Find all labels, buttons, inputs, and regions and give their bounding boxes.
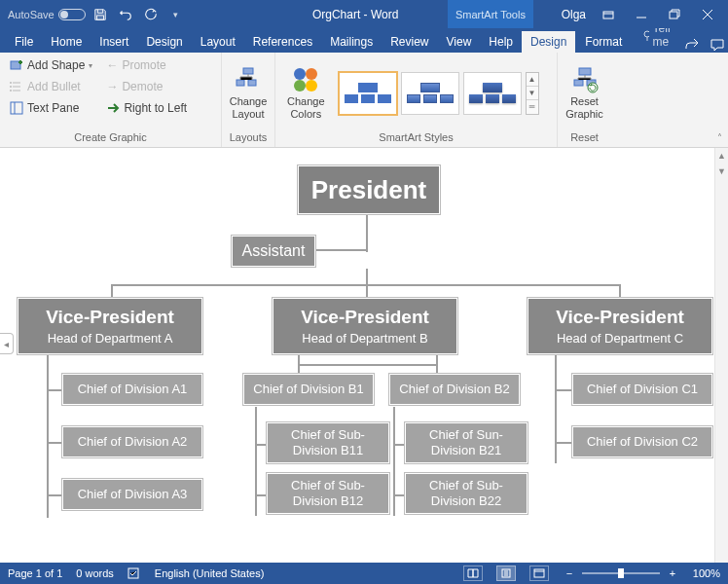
ribbon: Add Shape ▾ Add Bullet Text Pane ←Promot… <box>0 53 728 148</box>
tab-references[interactable]: References <box>244 31 321 53</box>
smartart-text-pane-handle[interactable]: ◂ <box>0 333 14 354</box>
node-vp-c[interactable]: Vice-President Head of Department C <box>528 298 712 354</box>
tab-design[interactable]: Design <box>137 31 191 53</box>
web-layout-icon[interactable] <box>529 566 549 581</box>
zoom-level[interactable]: 100% <box>693 567 720 579</box>
vp-c-title: Vice-President <box>556 307 684 328</box>
change-layout-button[interactable]: Change Layout <box>224 56 273 129</box>
svg-point-4 <box>10 82 12 84</box>
autosave-toggle[interactable]: AutoSave <box>8 9 86 20</box>
node-b11[interactable]: Chief of Sub-Division B11 <box>267 422 389 463</box>
node-b21[interactable]: Chief of Sun-Division B21 <box>405 422 528 463</box>
node-assistant[interactable]: Assistant <box>232 236 315 267</box>
tab-insert[interactable]: Insert <box>91 31 137 53</box>
node-president[interactable]: President <box>298 165 440 214</box>
right-to-left-button[interactable]: Right to Left <box>102 99 191 117</box>
tab-layout[interactable]: Layout <box>192 31 244 53</box>
tab-view[interactable]: View <box>438 31 481 53</box>
style-thumb-2[interactable] <box>401 72 459 115</box>
add-bullet-button: Add Bullet <box>6 78 96 95</box>
vp-c-sub: Head of Department C <box>557 331 683 346</box>
group-styles-label: SmartArt Styles <box>281 129 551 145</box>
zoom-thumb[interactable] <box>618 568 624 578</box>
change-colors-button[interactable]: Change Colors <box>281 62 331 124</box>
vertical-scrollbar[interactable]: ▲ ▼ <box>714 148 728 563</box>
comments-icon[interactable] <box>710 37 725 53</box>
svg-point-6 <box>10 90 12 91</box>
document-canvas[interactable]: ◂ President Assistant Vice-President <box>0 148 728 563</box>
node-b1[interactable]: Chief of Division B1 <box>243 374 374 405</box>
zoom-in-button[interactable]: + <box>666 567 679 579</box>
user-name[interactable]: Olga <box>556 8 592 21</box>
gallery-scroll-up[interactable]: ▲ <box>527 73 538 87</box>
tab-file[interactable]: File <box>6 31 42 53</box>
demote-button: →Demote <box>102 78 191 95</box>
autosave-switch-icon[interactable] <box>58 9 86 20</box>
word-count[interactable]: 0 words <box>76 567 114 579</box>
close-icon[interactable] <box>691 0 724 28</box>
vp-a-title: Vice-President <box>46 307 174 328</box>
qat-dropdown-icon[interactable]: ▾ <box>165 4 187 25</box>
style-thumb-3[interactable] <box>463 72 522 115</box>
title-bar: AutoSave ▾ OrgChart - Word SmartArt Tool… <box>0 0 728 28</box>
redo-icon[interactable] <box>140 4 162 25</box>
reset-graphic-button[interactable]: Reset Graphic <box>560 56 609 129</box>
text-pane-button[interactable]: Text Pane <box>6 99 96 117</box>
node-b22[interactable]: Chief of Sub-Division B22 <box>405 473 528 514</box>
zoom-slider[interactable]: − + <box>563 567 679 579</box>
share-icon[interactable] <box>684 37 700 53</box>
undo-icon[interactable] <box>115 4 136 25</box>
promote-button: ←Promote <box>102 56 191 74</box>
print-layout-icon[interactable] <box>496 566 516 581</box>
zoom-track[interactable] <box>582 572 660 574</box>
language-indicator[interactable]: English (United States) <box>155 567 265 579</box>
node-a2[interactable]: Chief of Division A2 <box>62 426 202 457</box>
group-reset-label: Reset <box>564 129 605 145</box>
restore-icon[interactable] <box>658 0 691 28</box>
tab-smartart-format[interactable]: Format <box>575 31 632 53</box>
smartart-tools-label: SmartArt Tools <box>448 0 533 28</box>
gallery-scroll: ▲ ▼ ═ <box>526 72 539 115</box>
autosave-label: AutoSave <box>8 9 55 20</box>
node-c1[interactable]: Chief of Division C1 <box>572 374 712 405</box>
group-create-graphic-label: Create Graphic <box>6 129 215 145</box>
node-vp-a[interactable]: Vice-President Head of Department A <box>18 298 202 354</box>
gallery-scroll-down[interactable]: ▼ <box>527 87 538 100</box>
promote-label: Promote <box>122 58 165 72</box>
tab-help[interactable]: Help <box>480 31 522 53</box>
org-chart[interactable]: President Assistant Vice-President Head … <box>18 152 714 559</box>
node-b12[interactable]: Chief of Sub-Division B12 <box>267 473 389 514</box>
scroll-down-icon[interactable]: ▼ <box>715 164 728 179</box>
tab-smartart-design[interactable]: Design <box>522 31 575 53</box>
scroll-up-icon[interactable]: ▲ <box>715 148 728 164</box>
add-shape-button[interactable]: Add Shape ▾ <box>6 56 96 74</box>
node-c2[interactable]: Chief of Division C2 <box>572 426 712 457</box>
node-a1[interactable]: Chief of Division A1 <box>62 374 202 405</box>
minimize-icon[interactable] <box>625 0 658 28</box>
page-indicator[interactable]: Page 1 of 1 <box>8 567 62 579</box>
node-a3[interactable]: Chief of Division A3 <box>62 479 202 510</box>
node-vp-b[interactable]: Vice-President Head of Department B <box>273 298 457 354</box>
style-thumb-1[interactable] <box>339 72 397 115</box>
svg-rect-10 <box>248 80 256 86</box>
vp-b-sub: Head of Department B <box>302 331 427 346</box>
spellcheck-icon[interactable] <box>127 566 141 580</box>
svg-point-5 <box>10 86 12 88</box>
reset-graphic-label: Reset Graphic <box>565 95 603 120</box>
vp-b-title: Vice-President <box>301 307 429 328</box>
tab-mailings[interactable]: Mailings <box>321 31 382 53</box>
ribbon-options-icon[interactable] <box>592 0 625 28</box>
gallery-more-icon[interactable]: ═ <box>527 100 538 113</box>
group-layouts-label: Layouts <box>228 129 269 145</box>
svg-rect-7 <box>11 102 22 114</box>
lightbulb-icon <box>641 29 648 41</box>
tab-home[interactable]: Home <box>42 31 91 53</box>
collapse-ribbon-icon[interactable]: ˄ <box>717 132 722 143</box>
zoom-out-button[interactable]: − <box>563 567 576 579</box>
save-icon[interactable] <box>90 4 111 25</box>
node-b2[interactable]: Chief of Division B2 <box>389 374 520 405</box>
read-mode-icon[interactable] <box>463 566 483 581</box>
change-colors-label: Change Colors <box>287 95 325 120</box>
tab-review[interactable]: Review <box>382 31 437 53</box>
status-bar: Page 1 of 1 0 words English (United Stat… <box>0 563 728 584</box>
